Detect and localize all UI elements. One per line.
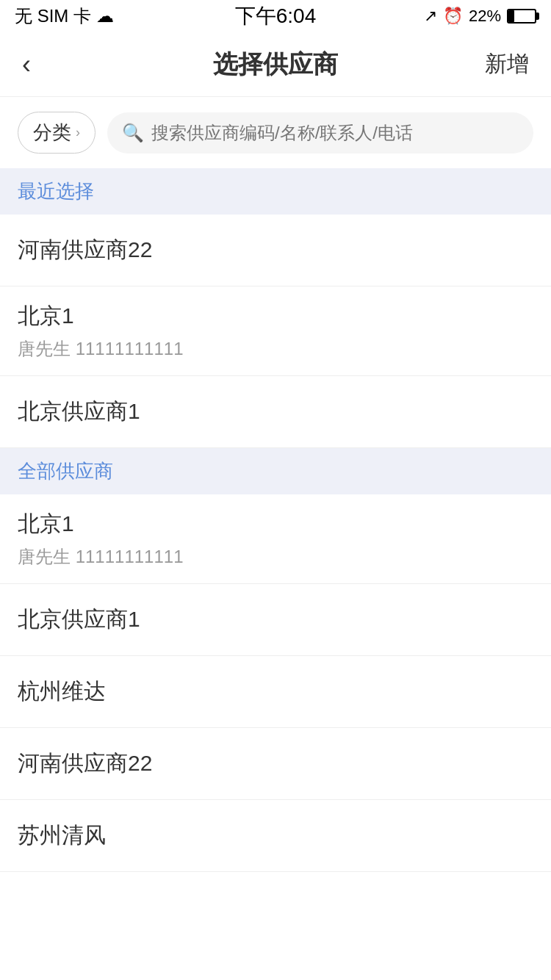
filter-bar: 分类 › 🔍	[0, 97, 551, 168]
add-button[interactable]: 新增	[485, 49, 529, 79]
status-right: ↗ ⏰ 22%	[424, 7, 536, 26]
search-box[interactable]: 🔍	[107, 112, 533, 154]
page-title: 选择供应商	[213, 48, 338, 82]
recent-list: 河南供应商22北京1唐先生 11111111111北京供应商1	[0, 215, 551, 448]
item-name: 北京1	[18, 509, 533, 539]
item-detail: 唐先生 11111111111	[18, 337, 533, 361]
search-icon: 🔍	[122, 123, 144, 143]
item-name: 北京1	[18, 301, 533, 331]
item-name: 北京供应商1	[18, 605, 533, 635]
all-list: 北京1唐先生 11111111111北京供应商1杭州维达河南供应商22苏州清风	[0, 494, 551, 872]
all-section-header: 全部供应商	[0, 448, 551, 494]
list-item[interactable]: 河南供应商22	[0, 728, 551, 800]
status-bar: 无 SIM 卡 ☁ 下午6:04 ↗ ⏰ 22%	[0, 0, 551, 32]
battery-percent: 22%	[469, 7, 501, 26]
item-name: 苏州清风	[18, 821, 533, 851]
list-item[interactable]: 北京1唐先生 11111111111	[0, 287, 551, 376]
back-button[interactable]: ‹	[22, 49, 31, 80]
item-name: 河南供应商22	[18, 749, 533, 779]
location-icon: ↗	[424, 7, 437, 26]
all-section-label: 全部供应商	[18, 460, 113, 482]
nav-bar: ‹ 选择供应商 新增	[0, 32, 551, 97]
category-filter[interactable]: 分类 ›	[18, 112, 96, 154]
recent-section-label: 最近选择	[18, 180, 94, 202]
status-left: 无 SIM 卡 ☁	[15, 4, 114, 28]
list-item[interactable]: 北京供应商1	[0, 376, 551, 448]
list-item[interactable]: 河南供应商22	[0, 215, 551, 287]
list-item[interactable]: 北京1唐先生 11111111111	[0, 494, 551, 584]
alarm-icon: ⏰	[443, 7, 463, 26]
item-detail: 唐先生 11111111111	[18, 545, 533, 569]
list-item[interactable]: 杭州维达	[0, 656, 551, 728]
list-item[interactable]: 北京供应商1	[0, 584, 551, 656]
recent-section-header: 最近选择	[0, 168, 551, 215]
list-item[interactable]: 苏州清风	[0, 800, 551, 872]
search-input[interactable]	[151, 123, 519, 143]
item-name: 杭州维达	[18, 677, 533, 707]
category-label: 分类	[33, 120, 71, 145]
item-name: 河南供应商22	[18, 235, 533, 265]
chevron-right-icon: ›	[76, 125, 80, 140]
status-time: 下午6:04	[235, 2, 317, 30]
battery-icon	[507, 9, 536, 24]
item-name: 北京供应商1	[18, 397, 533, 427]
